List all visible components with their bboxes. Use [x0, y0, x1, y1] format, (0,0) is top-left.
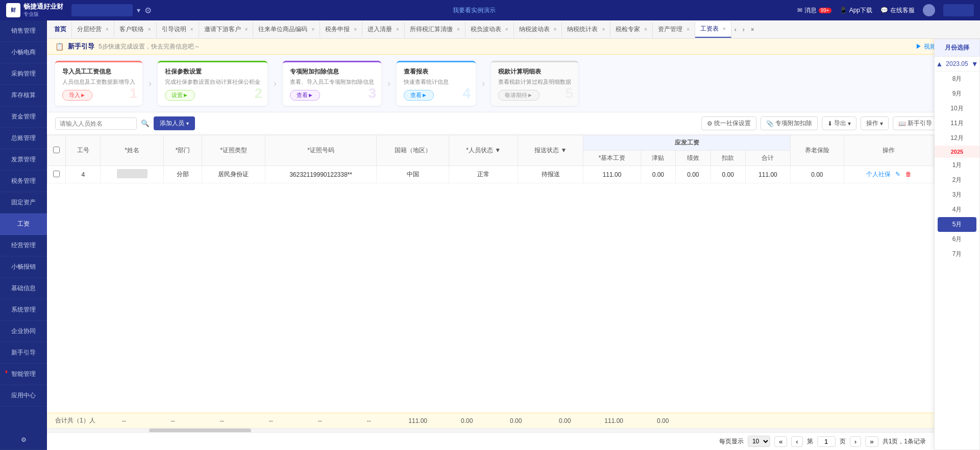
- settings-icon[interactable]: ⚙: [144, 6, 152, 15]
- tab-home[interactable]: 首页: [49, 21, 72, 38]
- tab-tax-report[interactable]: 税务申报×: [320, 21, 362, 38]
- tab-close-layered[interactable]: ×: [106, 27, 109, 32]
- tab-close-tax-report[interactable]: ×: [354, 27, 357, 32]
- search-btn[interactable]: 🔍: [141, 120, 150, 127]
- tab-close-all-btn[interactable]: ×: [748, 26, 757, 33]
- sidebar-item-finance[interactable]: 资金管理: [0, 106, 47, 128]
- month-item-5[interactable]: 5月: [938, 217, 976, 232]
- prev-page-btn[interactable]: ‹: [791, 436, 802, 447]
- step-1-btn[interactable]: 导入►: [62, 90, 92, 101]
- tab-close-asset-mgmt[interactable]: ×: [687, 27, 690, 32]
- tab-close-product-code[interactable]: ×: [311, 27, 314, 32]
- month-item-7[interactable]: 7月: [935, 247, 979, 262]
- sidebar-item-tax[interactable]: 税务管理: [0, 171, 47, 192]
- special-deduct-btn[interactable]: 📎 专项附加扣除: [761, 116, 818, 130]
- tab-next-btn[interactable]: ›: [740, 26, 748, 33]
- tab-close-payroll[interactable]: ×: [723, 26, 726, 32]
- tab-payroll[interactable]: 工资表×: [695, 21, 731, 38]
- tab-customer[interactable]: 客户联络×: [114, 21, 157, 38]
- tab-close-clearance[interactable]: ×: [396, 27, 399, 32]
- message-btn[interactable]: ✉ 消息 99+: [797, 6, 831, 15]
- add-employee-btn[interactable]: 添加人员 ▾: [154, 116, 195, 130]
- next-page-btn[interactable]: ›: [850, 436, 861, 447]
- tab-close-customer[interactable]: ×: [148, 27, 151, 32]
- sidebar-item-purchase[interactable]: 采购管理: [0, 63, 47, 85]
- online-service-btn[interactable]: 💬 在线客服: [880, 6, 915, 15]
- tab-tax-stats[interactable]: 纳税统计表×: [562, 21, 610, 38]
- action-edit[interactable]: ✎: [895, 171, 900, 178]
- step-3-btn[interactable]: 查看►: [290, 90, 320, 101]
- tab-layered[interactable]: 分层经营×: [72, 21, 114, 38]
- step-2-btn[interactable]: 设置►: [165, 90, 195, 101]
- tab-close-guide-intro[interactable]: ×: [190, 27, 193, 32]
- tab-close-tax-stats[interactable]: ×: [602, 27, 605, 32]
- sidebar-item-sales[interactable]: 销售管理: [0, 20, 47, 42]
- tab-close-tax-expert[interactable]: ×: [644, 27, 647, 32]
- operations-btn[interactable]: 操作 ▾: [861, 116, 889, 130]
- export-btn[interactable]: ⬇ 导出 ▾: [822, 116, 856, 130]
- tab-tax-expert[interactable]: 税检专家×: [610, 21, 653, 38]
- month-item-9[interactable]: 9月: [935, 86, 979, 101]
- step-5-btn[interactable]: 敬请期待►: [498, 90, 540, 101]
- sidebar-item-collab[interactable]: 企业协同: [0, 321, 47, 342]
- select-all-checkbox[interactable]: [53, 147, 60, 153]
- tab-close-tax-burden[interactable]: ×: [505, 27, 508, 32]
- tab-tax-fluctuation[interactable]: 纳税波动表×: [514, 21, 562, 38]
- sidebar-item-apps[interactable]: 应用中心: [0, 385, 47, 407]
- guide-video-btn[interactable]: ▶ 视频: [916, 42, 936, 51]
- tab-product-code[interactable]: 往来单位商品编码×: [253, 21, 320, 38]
- sidebar-item-assets[interactable]: 固定资产: [0, 192, 47, 214]
- sidebar-item-base[interactable]: 基础信息: [0, 278, 47, 299]
- step-4-btn[interactable]: 查看►: [404, 90, 434, 101]
- action-delete[interactable]: 🗑: [905, 171, 912, 178]
- demo-link[interactable]: 我要看实例演示: [453, 6, 496, 15]
- month-item-8[interactable]: 8月: [935, 72, 979, 86]
- action-personal-insurance[interactable]: 个人社保: [866, 171, 891, 178]
- app-download-btn[interactable]: 📱 App下载: [840, 6, 872, 15]
- month-item-6[interactable]: 6月: [935, 232, 979, 247]
- sidebar-item-payroll[interactable]: 工资: [0, 214, 47, 235]
- sidebar-item-invoice[interactable]: 发票管理: [0, 149, 47, 171]
- status-filter-icon[interactable]: ▼: [495, 147, 501, 154]
- user-name-display[interactable]: [943, 4, 974, 16]
- report-status-filter-icon[interactable]: ▼: [561, 147, 567, 154]
- page-size-select[interactable]: 10 20 50: [748, 436, 770, 447]
- sidebar-item-expense[interactable]: 小畅报销: [0, 256, 47, 278]
- month-item-1[interactable]: 1月: [935, 158, 979, 173]
- sidebar-item-ledger[interactable]: 总账管理: [0, 128, 47, 149]
- first-page-btn[interactable]: «: [774, 436, 787, 447]
- tab-invite[interactable]: 邀请下游客户×: [199, 21, 254, 38]
- tab-tax-burden[interactable]: 税负波动表×: [465, 21, 514, 38]
- tab-guide-intro[interactable]: 引导说明×: [157, 21, 199, 38]
- user-avatar[interactable]: [923, 4, 935, 16]
- sidebar-item-ecommerce[interactable]: 小畅电商: [0, 42, 47, 63]
- month-item-2[interactable]: 2月: [935, 173, 979, 187]
- tab-asset-mgmt[interactable]: 资产管理×: [653, 21, 695, 38]
- month-item-4[interactable]: 4月: [935, 202, 979, 217]
- company-selector[interactable]: [71, 4, 133, 16]
- tab-income-tax[interactable]: 所得税汇算清缴×: [405, 21, 465, 38]
- month-item-12[interactable]: 12月: [935, 131, 979, 146]
- tab-close-income-tax[interactable]: ×: [457, 27, 460, 32]
- horizontal-scrollbar[interactable]: [47, 428, 934, 432]
- company-dropdown-btn[interactable]: ▾: [137, 6, 140, 14]
- sidebar-item-settings[interactable]: ⚙: [0, 430, 47, 450]
- sidebar-item-guide[interactable]: 新手引导: [0, 342, 47, 364]
- sidebar-item-inventory[interactable]: 库存核算: [0, 85, 47, 106]
- sidebar-item-operations[interactable]: 经营管理: [0, 235, 47, 256]
- month-year-up-btn[interactable]: ▲: [935, 59, 944, 69]
- search-input[interactable]: [55, 117, 137, 130]
- month-item-10[interactable]: 10月: [935, 101, 979, 116]
- month-item-3[interactable]: 3月: [935, 187, 979, 202]
- unified-settings-btn[interactable]: ⚙ 统一社保设置: [701, 116, 756, 130]
- tab-clearance[interactable]: 进入清册×: [362, 21, 405, 38]
- sidebar-item-system[interactable]: 系统管理: [0, 299, 47, 321]
- last-page-btn[interactable]: »: [865, 436, 878, 447]
- tab-close-invite[interactable]: ×: [245, 27, 248, 32]
- sidebar-item-smart[interactable]: ●智能管理: [0, 364, 47, 385]
- row-checkbox[interactable]: [53, 171, 60, 177]
- tab-close-tax-fluctuation[interactable]: ×: [554, 27, 557, 32]
- month-year-down-btn[interactable]: ▼: [970, 59, 979, 69]
- guide-btn[interactable]: 📖 新手引导: [893, 116, 938, 130]
- tab-prev-btn[interactable]: ‹: [731, 26, 740, 33]
